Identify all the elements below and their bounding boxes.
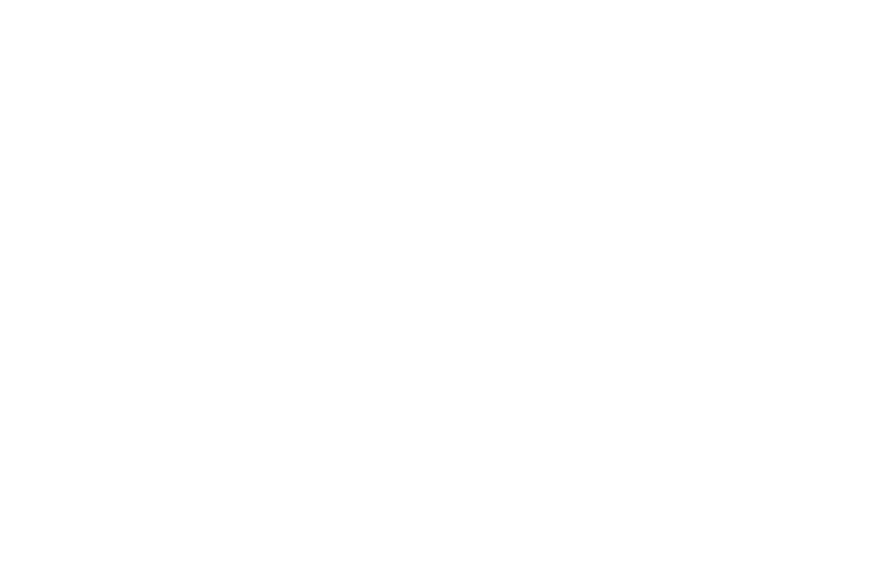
pie-chart bbox=[0, 0, 885, 588]
chart-canvas bbox=[0, 0, 885, 588]
brand-logo bbox=[712, 510, 736, 538]
logo-pie-icon bbox=[712, 513, 734, 535]
